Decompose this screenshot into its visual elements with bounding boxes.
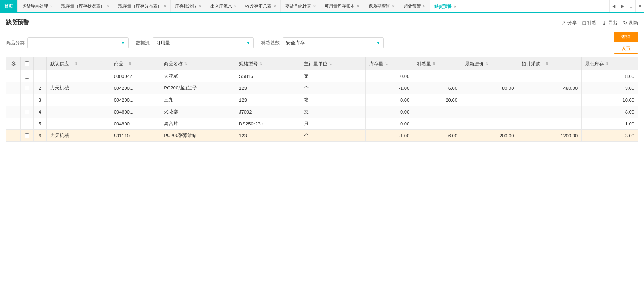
tab-close-all-button[interactable]: ✕ xyxy=(635,0,644,13)
query-button[interactable]: 查询 xyxy=(614,32,638,42)
tab-available-ledger-close[interactable]: × xyxy=(357,4,359,8)
datasource-select[interactable]: 可用量 ▼ xyxy=(153,37,254,48)
sort-replenish-icon: ⇅ xyxy=(432,62,435,66)
tab-prev-button[interactable]: ◀ xyxy=(609,0,618,13)
table-body: 1 0000042 火花塞 SS816 支 0.00 8.00 2 力天机械 0… xyxy=(6,70,638,142)
col-replenish-qty[interactable]: 补货量 ⇅ xyxy=(413,57,461,70)
col-latest-price[interactable]: 最新进价 ⇅ xyxy=(461,57,518,70)
tab-expiry-query-close[interactable]: × xyxy=(392,4,395,8)
tab-demand-stats[interactable]: 要货单统计表 × xyxy=(281,0,320,13)
tab-batch-account-close[interactable]: × xyxy=(199,4,201,8)
row-checkbox-4[interactable] xyxy=(25,122,29,126)
tab-inout-flow[interactable]: 出入库流水 × xyxy=(206,0,241,13)
tab-restore-button[interactable]: □ xyxy=(627,0,635,13)
row-checkbox-5[interactable] xyxy=(25,133,29,138)
tab-exception[interactable]: 拣货异常处理 × xyxy=(18,0,57,13)
col-unit[interactable]: 主计量单位 ⇅ xyxy=(300,57,365,70)
tab-demand-stats-close[interactable]: × xyxy=(313,4,316,8)
col-default-supplier-label: 默认供应... xyxy=(50,61,73,67)
tab-expiry-query[interactable]: 保质期查询 × xyxy=(364,0,399,13)
replenish-base-filter-group: 补货基数 安全库存 ▼ xyxy=(261,37,384,48)
col-estimated-purchase[interactable]: 预计采购... ⇅ xyxy=(518,57,582,70)
table-row[interactable]: 4 004600... 火花塞 J7092 支 0.00 8.00 xyxy=(6,106,638,118)
filter-actions: 查询 设置 xyxy=(614,32,638,54)
share-action[interactable]: ↗ 分享 xyxy=(562,19,577,26)
col-min-stock[interactable]: 最低库存 ⇅ xyxy=(582,57,638,70)
tab-inventory-status-close[interactable]: × xyxy=(107,4,109,8)
tab-shortage-close[interactable]: × xyxy=(454,4,456,9)
tab-next-button[interactable]: ▶ xyxy=(618,0,627,13)
row-spec: 123 xyxy=(235,94,300,106)
refresh-action[interactable]: ↻ 刷新 xyxy=(623,19,638,26)
row-replenish-qty: 20.00 xyxy=(413,94,461,106)
row-index: 5 xyxy=(34,118,47,130)
col-spec[interactable]: 规格型号 ⇅ xyxy=(235,57,300,70)
col-product-name[interactable]: 商品名称 ⇅ xyxy=(160,57,235,70)
sort-spec-icon: ⇅ xyxy=(259,62,262,66)
row-stock: -1.00 xyxy=(365,82,413,94)
row-replenish-qty xyxy=(413,70,461,82)
row-product-code: 004200... xyxy=(110,82,160,94)
tab-inventory-dist[interactable]: 现存量（库存分布表） × xyxy=(114,0,171,13)
tab-inventory-dist-label: 现存量（库存分布表） xyxy=(118,3,162,9)
row-gear-cell xyxy=(6,106,21,118)
sort-stock-icon: ⇅ xyxy=(385,62,388,66)
category-select[interactable]: ▼ xyxy=(27,37,129,48)
select-all-checkbox[interactable] xyxy=(25,61,29,66)
tab-available-ledger[interactable]: 可用量库存账本 × xyxy=(320,0,364,13)
tab-inventory-dist-close[interactable]: × xyxy=(164,4,166,8)
row-estimated-purchase: 1200.00 xyxy=(518,130,582,142)
datasource-select-value: 可用量 xyxy=(156,40,170,46)
tab-inout-flow-close[interactable]: × xyxy=(234,4,236,8)
row-unit: 支 xyxy=(300,106,365,118)
replenish-base-select[interactable]: 安全库存 ▼ xyxy=(283,37,384,48)
table-row[interactable]: 3 004200... 三九 123 箱 0.00 20.00 10.00 xyxy=(6,94,638,106)
row-index: 1 xyxy=(34,70,47,82)
row-replenish-qty: 6.00 xyxy=(413,130,461,142)
gear-icon[interactable]: ⚙ xyxy=(10,60,17,67)
tab-available-ledger-label: 可用量库存账本 xyxy=(325,3,355,9)
col-default-supplier[interactable]: 默认供应... ⇅ xyxy=(47,57,110,70)
export-action[interactable]: ⤓ 导出 xyxy=(602,19,617,26)
tab-overstock-close[interactable]: × xyxy=(423,4,425,8)
row-min-stock: 8.00 xyxy=(582,106,638,118)
tab-exception-close[interactable]: × xyxy=(50,4,52,8)
row-checkbox-1[interactable] xyxy=(25,86,29,90)
replenish-base-chevron-icon: ▼ xyxy=(376,40,380,45)
data-table: ⚙ 默认供应... ⇅ 商品... ⇅ xyxy=(6,57,638,142)
row-spec: 123 xyxy=(235,130,300,142)
tab-receive-summary[interactable]: 收发存汇总表 × xyxy=(241,0,280,13)
tab-inventory-status[interactable]: 现存量（库存状况表） × xyxy=(57,0,114,13)
table-row[interactable]: 6 力天机械 801110... PC200张紧油缸 123 个 -1.00 6… xyxy=(6,130,638,142)
col-gear[interactable]: ⚙ xyxy=(6,57,21,70)
export-icon: ⤓ xyxy=(602,20,606,26)
tab-receive-summary-close[interactable]: × xyxy=(274,4,276,8)
settings-button[interactable]: 设置 xyxy=(614,44,638,54)
tab-overstock[interactable]: 超储预警 × xyxy=(399,0,430,13)
row-min-stock: 8.00 xyxy=(582,70,638,82)
tab-batch-account[interactable]: 库存批次账 × xyxy=(171,0,206,13)
table-row[interactable]: 2 力天机械 004200... PC200油缸缸子 123 个 -1.00 6… xyxy=(6,82,638,94)
tab-shortage[interactable]: 缺货预警 × xyxy=(430,0,461,13)
table-row[interactable]: 1 0000042 火花塞 SS816 支 0.00 8.00 xyxy=(6,70,638,82)
col-product-code[interactable]: 商品... ⇅ xyxy=(110,57,160,70)
tab-inventory-status-label: 现存量（库存状况表） xyxy=(61,3,105,9)
row-product-name: PC200油缸缸子 xyxy=(160,82,235,94)
row-latest-price: 200.00 xyxy=(461,130,518,142)
share-label: 分享 xyxy=(567,19,577,26)
sort-price-icon: ⇅ xyxy=(485,62,488,66)
tab-expiry-query-label: 保质期查询 xyxy=(369,3,390,9)
row-checkbox-0[interactable] xyxy=(25,74,29,79)
row-checkbox-2[interactable] xyxy=(25,98,29,102)
col-stock[interactable]: 库存量 ⇅ xyxy=(365,57,413,70)
refresh-label: 刷新 xyxy=(629,19,638,26)
row-estimated-purchase: 480.00 xyxy=(518,82,582,94)
row-spec: SS816 xyxy=(235,70,300,82)
tab-home[interactable]: 首页 xyxy=(0,0,18,13)
tab-batch-account-label: 库存批次账 xyxy=(175,3,197,9)
row-checkbox-3[interactable] xyxy=(25,110,29,114)
table-row[interactable]: 5 004800... 离合片 DS250*23c... 只 0.00 1.00 xyxy=(6,118,638,130)
row-product-code: 004800... xyxy=(110,118,160,130)
replenish-action[interactable]: □ 补货 xyxy=(583,19,596,26)
row-unit: 个 xyxy=(300,130,365,142)
